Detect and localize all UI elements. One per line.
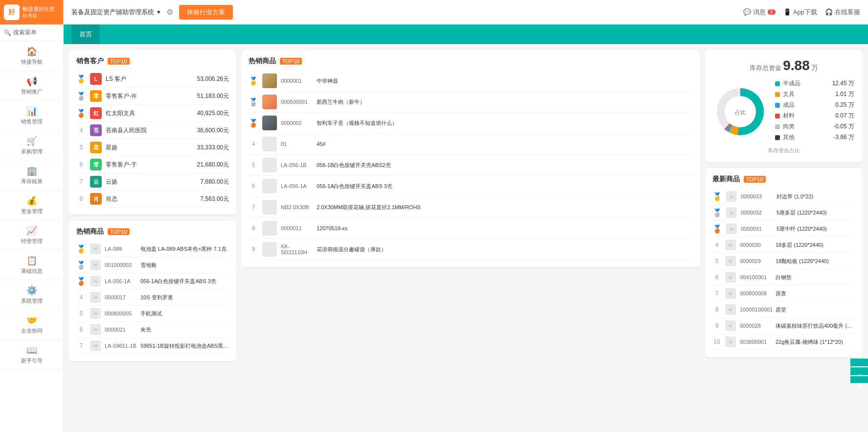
product-name: 新西兰牛肉（新牛） (317, 98, 693, 106)
table-row: 🥇 L LS 客户 53,006.26元 (76, 71, 229, 88)
list-item: 10 AI 003800001 22g鱼豆腐-烧烤味 (1*12*20) (712, 334, 855, 350)
app-download-btn[interactable]: 📱 App下载 (783, 8, 817, 17)
inventory-card: 库存总资金 9.88 万 (706, 50, 862, 162)
sidebar-item-system[interactable]: ⚙️ 系统管理 (0, 280, 63, 310)
customer-name: 零售客户-于 (106, 161, 193, 169)
legend-label: 肉类 (783, 122, 830, 131)
settings-icon[interactable]: ⚙ (166, 7, 173, 17)
live-broadcast-btn[interactable]: 直播 (850, 376, 868, 383)
online-service-btn[interactable]: 🎧 在线客服 (825, 8, 860, 17)
search-label: 搜索菜单 (13, 28, 37, 37)
table-row: 5 AI 000800005 手机测试 (76, 306, 229, 322)
avatar: 星 (90, 142, 102, 153)
hot-rank-header: 热销商品 TOP10 (76, 227, 229, 236)
dropdown-icon[interactable]: ▾ (157, 8, 160, 16)
rank-number: 7 (712, 290, 721, 297)
rank-number: 9 (712, 322, 721, 329)
sidebar-item-inventory[interactable]: 🏢 库存核算 (0, 161, 63, 191)
nav-label-finance: 资金管理 (21, 208, 43, 215)
sidebar-item-marketing[interactable]: 📢 营销推广 (0, 71, 63, 101)
customer-name: 云扬 (106, 178, 196, 186)
rank-number: 5 (76, 310, 86, 317)
sidebar-item-operations[interactable]: 📈 经营管理 (0, 220, 63, 250)
legend-value: 0.25 万 (835, 101, 854, 109)
newest-products-title: 最新商品 (712, 175, 740, 184)
trial-btn[interactable]: 体验行业方案 (179, 5, 233, 20)
product-name: 中华神器 (317, 77, 693, 85)
sidebar-search[interactable]: 🔍 搜索菜单 (0, 24, 63, 41)
search-icon: 🔍 (4, 29, 11, 36)
messages-btn[interactable]: 💬 消息 6 (743, 8, 776, 17)
medal-icon: 🥈 (712, 208, 722, 217)
nav-label-enterprise: 企业协同 (21, 327, 43, 335)
product-thumbnail (262, 179, 277, 193)
product-thumbnail (262, 116, 277, 130)
sidebar-item-guide[interactable]: 📖 新手引导 (0, 340, 63, 370)
hot-products-badge: TOP10 (280, 58, 302, 65)
logo-icon: 好 (4, 4, 20, 20)
inventory-value: 9.88 (783, 58, 810, 73)
product-code: LA-056-1A (281, 183, 313, 189)
nav-label-guide: 新手引导 (21, 357, 43, 364)
list-item: 4 AI 0000030 18多层 (1220*2440) (712, 237, 855, 253)
product-code: LA-089 (105, 246, 137, 252)
product-thumbnail (262, 221, 277, 236)
rank-number: 6 (76, 326, 86, 333)
newest-products-header: 最新商品 TOP10 (712, 175, 855, 184)
product-thumbnail: AI (725, 256, 736, 266)
nav-icon-purchase: 🛒 (26, 136, 37, 146)
product-code: LA-59651-1B (105, 343, 137, 349)
list-item: 🥉 AI 0000031 5厘中纤 (1220*2440) (712, 221, 855, 237)
sidebar-item-navigation[interactable]: 🏠 快捷导航 (0, 41, 63, 71)
tab-home[interactable]: 首页 (71, 24, 100, 44)
table-row: 4 AI 0000017 10S 变利罗浆 (76, 289, 229, 306)
sidebar-item-sales[interactable]: 📊 销售管理 (0, 101, 63, 131)
legend-dot (775, 81, 780, 86)
product-name: 原堂 (776, 306, 855, 313)
list-item: 8 0000011 12070519-xs (249, 218, 693, 239)
product-name: 18多层 (1220*2440) (776, 241, 855, 249)
inventory-unit: 万 (811, 64, 818, 72)
svg-text:占比: 占比 (735, 109, 746, 115)
sidebar-item-enterprise[interactable]: 🤝 企业协同 (0, 310, 63, 340)
sidebar-item-basic-info[interactable]: 📋 基础信息 (0, 250, 63, 280)
legend-item: 成品 0.25 万 (775, 101, 854, 109)
legend-dot (775, 135, 780, 140)
customer-hotline-btn[interactable]: 客服热线 (850, 359, 868, 366)
newest-products-badge: TOP10 (744, 176, 766, 183)
phone-icon: 📱 (783, 8, 791, 16)
list-item: 6 AI 004100001 白钢垫 (712, 269, 855, 286)
product-thumbnail: AI (90, 340, 101, 351)
product-thumbnail: AI (90, 308, 101, 319)
product-thumbnail (262, 242, 277, 257)
table-row: 6 AI 0000021 夹壳 (76, 322, 229, 338)
table-row: 🥈 AI 001000002 雪地靴 (76, 257, 229, 273)
sidebar-item-finance[interactable]: 💰 资金管理 (0, 191, 63, 220)
sale-amount: 36,600.00元 (197, 126, 229, 135)
table-row: 🥉 红 红太阳文具 40,925.00元 (76, 105, 229, 122)
avatar: 云 (90, 176, 102, 188)
list-item: 6 LA-056-1A 056-1A白色按键开关盖ABS 3壳 (249, 176, 693, 197)
product-name: 雪地靴 (140, 262, 229, 269)
list-item: 8 AI 10000100001 原堂 (712, 302, 855, 318)
product-thumbnail: AI (90, 276, 101, 287)
system-name: 装备及固定资产辅助管理系统 ▾ (71, 8, 160, 17)
legend-value: 12.45 万 (832, 79, 854, 88)
service-community-btn[interactable]: 服务社区 (850, 367, 868, 375)
legend-label: 其他 (783, 133, 830, 142)
sidebar-item-purchase[interactable]: 🛒 采购管理 (0, 131, 63, 161)
product-thumbnail: AI (90, 243, 101, 254)
product-code: 003800001 (740, 339, 772, 345)
nav-icon-enterprise: 🤝 (26, 315, 37, 326)
product-code: 01 (281, 141, 313, 147)
list-item: 🥈 AI 0000032 5厘多层 (1220*2440) (712, 205, 855, 221)
sidebar: 好 畅捷通好生意 标准版 🔍 搜索菜单 🏠 快捷导航 📢 营销推广 📊 销售管理… (0, 0, 64, 432)
hot-products-header: 热销商品 TOP10 (249, 57, 693, 66)
nav-icon-finance: 💰 (26, 195, 37, 206)
sale-amount: 7,680.00元 (200, 178, 229, 186)
list-item: 4 01 45# (249, 134, 693, 155)
legend-label: 材料 (783, 112, 832, 120)
hot-products-card: 热销商品 TOP10 🥇 0000001 中华神器 � (242, 50, 700, 267)
nav-label-purchase: 采购管理 (21, 148, 43, 155)
list-item: 5 LA-056-1B 056-1B白色按键开关壳ABS2壳 (249, 155, 693, 176)
